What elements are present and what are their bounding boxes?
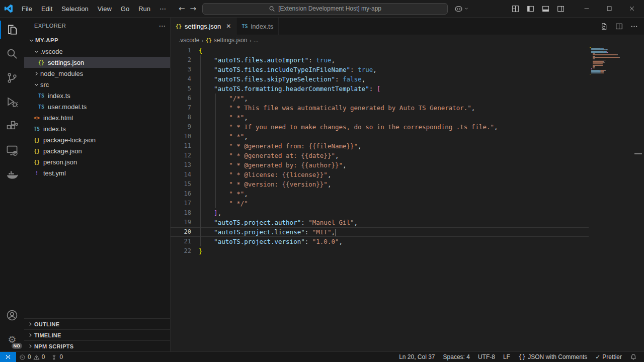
tree-item-package-json[interactable]: {}package.json <box>24 145 170 156</box>
code-line-7[interactable]: 7 " * This file was automatically genera… <box>171 103 589 113</box>
status-language-mode[interactable]: {}JSON with Comments <box>514 352 591 362</box>
code-line-14[interactable]: 14 " * @license: {{license}}", <box>171 170 589 179</box>
tab-settings-json[interactable]: {}settings.json✕ <box>171 18 236 35</box>
tree-item-src[interactable]: src <box>24 79 170 90</box>
code-line-16[interactable]: 16 " *", <box>171 189 589 199</box>
activity-source-control[interactable] <box>0 66 24 90</box>
forward-icon[interactable]: → <box>190 4 197 13</box>
code-line-18[interactable]: 18 ], <box>171 208 589 218</box>
activity-search[interactable] <box>0 42 24 66</box>
ports-indicator[interactable]: 0 <box>48 352 66 362</box>
panel-outline[interactable]: OUTLINE <box>24 318 170 329</box>
toggle-secondary-sidebar-icon[interactable] <box>553 2 568 15</box>
code-editor[interactable]: 1{2 "autoTS.files.autoImport": true,3 "a… <box>171 45 644 351</box>
menu-selection[interactable]: Selection <box>57 3 93 15</box>
menu-file[interactable]: File <box>17 3 37 15</box>
menu-overflow-icon[interactable]: ⋯ <box>155 3 171 15</box>
tree-item-node-modules[interactable]: node_modules <box>24 68 170 79</box>
toggle-panel-icon[interactable] <box>538 2 553 15</box>
open-changes-icon[interactable] <box>598 20 610 32</box>
status-cursor-position[interactable]: Ln 20, Col 37 <box>395 352 439 362</box>
tree-item-settings-json[interactable]: {}settings.json <box>24 57 170 68</box>
code-line-20[interactable]: 20 "autoTS.project.license": "MIT", <box>171 227 589 237</box>
activity-remote-explorer[interactable] <box>0 138 24 162</box>
split-editor-icon[interactable] <box>613 20 625 32</box>
code-line-19[interactable]: 19 "autoTS.project.author": "Manuel Gil"… <box>171 218 589 227</box>
breadcrumb-item[interactable]: .vscode <box>179 37 199 44</box>
breadcrumb[interactable]: .vscode›{}settings.json›... <box>171 35 644 45</box>
code-line-4[interactable]: 4 "autoTS.files.skipTypeSelection": fals… <box>171 74 589 84</box>
tab-index-ts[interactable]: TSindex.ts <box>236 18 279 35</box>
more-actions-icon[interactable] <box>628 20 640 32</box>
toggle-primary-sidebar-icon[interactable] <box>523 2 538 15</box>
tree-item-my-app[interactable]: MY-APP <box>24 35 170 46</box>
code-line-13[interactable]: 13 " * @generated by: {{author}}", <box>171 160 589 170</box>
menu-view[interactable]: View <box>93 3 116 15</box>
status-formatter[interactable]: ✓Prettier <box>591 352 626 362</box>
activity-settings[interactable]: ⚙NO <box>0 327 24 351</box>
code-line-11[interactable]: 11 " * @generated from: {{fileName}}", <box>171 141 589 151</box>
tree-item-test-yml[interactable]: !test.yml <box>24 167 170 178</box>
back-icon[interactable]: ← <box>179 4 185 13</box>
tree-item-index-ts[interactable]: TSindex.ts <box>24 90 170 101</box>
tree-item-person-json[interactable]: {}person.json <box>24 156 170 167</box>
close-tab-icon[interactable]: ✕ <box>226 23 231 30</box>
json-file-icon: {} <box>206 38 212 43</box>
status-encoding[interactable]: UTF-8 <box>474 352 499 362</box>
code-line-15[interactable]: 15 " * @version: {{version}}", <box>171 179 589 189</box>
breadcrumb-item[interactable]: settings.json <box>214 37 248 44</box>
remote-indicator[interactable] <box>0 352 16 362</box>
activity-run-debug[interactable] <box>0 90 24 114</box>
code-line-22[interactable]: 22} <box>171 246 589 256</box>
code-line-1[interactable]: 1{ <box>171 46 589 55</box>
customize-layout-icon[interactable] <box>508 2 523 15</box>
menu-go[interactable]: Go <box>116 3 134 15</box>
panel-timeline[interactable]: TIMELINE <box>24 329 170 340</box>
tree-item-package-lock-json[interactable]: {}package-lock.json <box>24 134 170 145</box>
status-label: Prettier <box>602 353 622 360</box>
activity-explorer[interactable] <box>0 18 24 42</box>
close-button[interactable] <box>620 0 643 17</box>
code-line-2[interactable]: 2 "autoTS.files.autoImport": true, <box>171 55 589 65</box>
maximize-button[interactable] <box>598 0 620 17</box>
tree-item-index-ts[interactable]: TSindex.ts <box>24 123 170 134</box>
code-line-8[interactable]: 8 " *", <box>171 113 589 122</box>
overview-ruler-marker <box>634 153 642 154</box>
tree-item-user-model-ts[interactable]: TSuser.model.ts <box>24 101 170 112</box>
line-text: " * @generated at: {{date}}", <box>191 151 339 160</box>
breadcrumb-item[interactable]: ... <box>254 37 259 44</box>
tree-item-label: src <box>40 81 49 88</box>
activity-accounts[interactable] <box>0 303 24 327</box>
activity-docker[interactable] <box>0 162 24 187</box>
code-line-10[interactable]: 10 " *", <box>171 132 589 141</box>
code-line-5[interactable]: 5 "autoTS.formatting.headerCommentTempla… <box>171 84 589 94</box>
ts-file-icon: TS <box>37 104 45 110</box>
problems-indicator[interactable]: 0 0 <box>16 352 48 362</box>
tree-item-index-html[interactable]: <>index.html <box>24 112 170 123</box>
status-indentation[interactable]: Spaces: 4 <box>439 352 474 362</box>
line-number: 9 <box>171 122 191 132</box>
command-center[interactable]: [Extension Development Host] my-app <box>202 3 448 15</box>
menu-edit[interactable]: Edit <box>37 3 57 15</box>
code-line-9[interactable]: 9 " * If you need to make changes, do so… <box>171 122 589 132</box>
activity-extensions[interactable] <box>0 114 24 138</box>
status-notifications[interactable] <box>626 352 641 362</box>
tab-label: index.ts <box>251 23 273 30</box>
menu-run[interactable]: Run <box>134 3 155 15</box>
code-line-12[interactable]: 12 " * @generated at: {{date}}", <box>171 151 589 160</box>
tree-item-label: settings.json <box>48 59 84 66</box>
panel-npm-scripts[interactable]: NPM SCRIPTS <box>24 340 170 351</box>
line-text: " * @license: {{license}}", <box>191 170 331 179</box>
explorer-more-actions-icon[interactable]: ⋯ <box>159 22 166 30</box>
copilot-button[interactable] <box>454 5 469 13</box>
tree-item--vscode[interactable]: .vscode <box>24 46 170 57</box>
status-eol[interactable]: LF <box>499 352 514 362</box>
code-line-3[interactable]: 3 "autoTS.files.includeTypeInFileName": … <box>171 65 589 74</box>
code-line-6[interactable]: 6 "/*", <box>171 94 589 103</box>
code-line-17[interactable]: 17 " */" <box>171 199 589 208</box>
line-number: 14 <box>171 170 191 179</box>
tree-item-label: test.yml <box>43 169 66 177</box>
breadcrumb-separator: › <box>201 37 203 44</box>
minimize-button[interactable] <box>575 0 598 17</box>
code-line-21[interactable]: 21 "autoTS.project.version": "1.0.0", <box>171 237 589 246</box>
